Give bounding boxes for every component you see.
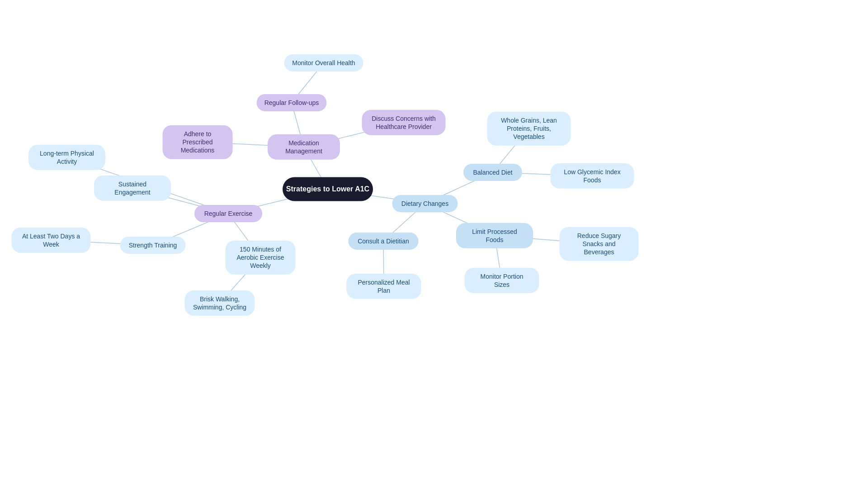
node-label-monitor_portion: Monitor Portion Sizes — [472, 272, 532, 289]
node-adhere_medications[interactable]: Adhere to Prescribed Medications — [163, 125, 233, 159]
node-regular_exercise[interactable]: Regular Exercise — [194, 205, 262, 222]
node-personalized_meal[interactable]: Personalized Meal Plan — [347, 274, 421, 299]
node-label-reduce_sugary: Reduce Sugary Snacks and Beverages — [567, 232, 632, 257]
node-dietary_changes[interactable]: Dietary Changes — [392, 195, 458, 212]
node-label-adhere_medications: Adhere to Prescribed Medications — [170, 130, 226, 155]
node-label-brisk_walking: Brisk Walking, Swimming, Cycling — [192, 295, 248, 311]
node-label-dietary_changes: Dietary Changes — [401, 200, 448, 208]
node-center[interactable]: Strategies to Lower A1C — [283, 177, 373, 201]
node-label-balanced_diet: Balanced Diet — [473, 168, 512, 176]
node-label-whole_grains: Whole Grains, Lean Proteins, Fruits, Veg… — [495, 116, 564, 141]
node-balanced_diet[interactable]: Balanced Diet — [463, 164, 522, 181]
node-low_glycemic[interactable]: Low Glycemic Index Foods — [551, 163, 634, 189]
node-label-medication_management: Medication Management — [275, 139, 333, 155]
mindmap-container: Strategies to Lower A1CMedication Manage… — [0, 0, 868, 490]
node-strength_training[interactable]: Strength Training — [120, 237, 186, 254]
node-label-regular_followups: Regular Follow-ups — [264, 99, 319, 107]
node-regular_followups[interactable]: Regular Follow-ups — [257, 94, 327, 111]
node-label-long_term_activity: Long-term Physical Activity — [36, 149, 98, 166]
node-long_term_activity[interactable]: Long-term Physical Activity — [28, 145, 105, 170]
node-label-monitor_overall_health: Monitor Overall Health — [292, 59, 355, 67]
node-label-aerobic_exercise: 150 Minutes of Aerobic Exercise Weekly — [233, 245, 288, 270]
node-aerobic_exercise[interactable]: 150 Minutes of Aerobic Exercise Weekly — [226, 241, 296, 275]
node-label-center: Strategies to Lower A1C — [286, 185, 369, 194]
node-whole_grains[interactable]: Whole Grains, Lean Proteins, Fruits, Veg… — [487, 112, 571, 146]
node-at_least_two_days[interactable]: At Least Two Days a Week — [12, 228, 91, 253]
node-label-regular_exercise: Regular Exercise — [204, 209, 253, 218]
node-sustained_engagement[interactable]: Sustained Engagement — [94, 176, 171, 201]
node-label-low_glycemic: Low Glycemic Index Foods — [558, 168, 627, 184]
node-label-personalized_meal: Personalized Meal Plan — [354, 278, 414, 295]
node-label-sustained_engagement: Sustained Engagement — [101, 180, 164, 196]
node-label-consult_dietitian: Consult a Dietitian — [358, 237, 409, 245]
node-monitor_overall_health[interactable]: Monitor Overall Health — [284, 54, 363, 71]
node-discuss_concerns[interactable]: Discuss Concerns with Healthcare Provide… — [362, 110, 446, 135]
node-label-strength_training: Strength Training — [129, 241, 177, 249]
node-consult_dietitian[interactable]: Consult a Dietitian — [349, 233, 419, 250]
node-monitor_portion[interactable]: Monitor Portion Sizes — [465, 268, 539, 293]
node-label-discuss_concerns: Discuss Concerns with Healthcare Provide… — [369, 114, 439, 131]
node-brisk_walking[interactable]: Brisk Walking, Swimming, Cycling — [185, 290, 255, 316]
node-reduce_sugary[interactable]: Reduce Sugary Snacks and Beverages — [560, 227, 639, 261]
node-limit_processed[interactable]: Limit Processed Foods — [456, 223, 533, 248]
node-medication_management[interactable]: Medication Management — [268, 134, 340, 160]
node-label-limit_processed: Limit Processed Foods — [463, 228, 526, 244]
node-label-at_least_two_days: At Least Two Days a Week — [19, 232, 84, 248]
